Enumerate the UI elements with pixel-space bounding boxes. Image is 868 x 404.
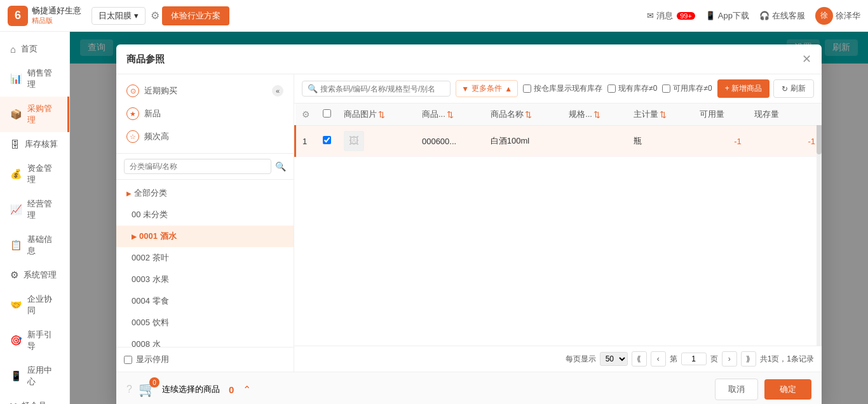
checkbox-warehouse-text: 按仓库显示现有库存 — [534, 83, 602, 94]
th-name-sort[interactable]: 商品名称⇅ — [491, 109, 532, 120]
sidebar-item-basic-info[interactable]: 📋 基础信息 — [0, 227, 69, 263]
sidebar-item-home[interactable]: ⌂ 首页 — [0, 37, 69, 61]
sidebar-item-system[interactable]: ⚙ 系统管理 — [0, 263, 69, 287]
nav-dropdown[interactable]: 日太阳膜 ▾ — [92, 7, 146, 25]
page-input[interactable]: 1 — [681, 353, 707, 365]
sales-icon: 📊 — [10, 73, 22, 84]
cat-label: 0005 饮料 — [132, 317, 169, 328]
th-code: 商品...⇅ — [416, 104, 484, 126]
cat-item-all[interactable]: ▶ 全部分类 — [116, 182, 294, 204]
cart-icon-wrap[interactable]: 🛒 0 — [139, 381, 156, 398]
sidebar-item-finance[interactable]: 💰 资金管理 — [0, 156, 69, 192]
cat-item-unclassified[interactable]: 00 未分类 — [116, 204, 294, 226]
nav-message-label: 消息 — [656, 10, 673, 22]
cat-item-snack[interactable]: 0004 零食 — [116, 290, 294, 312]
sidebar-item-inventory[interactable]: 🗄 库存核算 — [0, 132, 69, 156]
modal-body: ⊙ 近期购买 « ★ 新品 ☆ 频次高 — [116, 74, 822, 372]
username-label: 徐泽华 — [836, 10, 860, 22]
next-page-btn[interactable]: › — [722, 351, 737, 367]
last-page-btn[interactable]: ⟫ — [741, 351, 756, 367]
continuous-select-label: 连续选择的商品 — [162, 384, 220, 395]
cat-label: 0002 茶叶 — [132, 252, 169, 264]
sidebar-item-label: 首页 — [21, 43, 37, 55]
cat-item-liquor[interactable]: ▶ 0001 酒水 — [116, 226, 294, 247]
checkbox-available-label[interactable]: 可用库存≠0 — [662, 83, 712, 94]
cell-code: 000600... — [416, 126, 484, 157]
cat-item-water[interactable]: 0008 水 — [116, 333, 294, 347]
cat-item-tea[interactable]: 0002 茶叶 — [116, 247, 294, 269]
modal-close-button[interactable]: ✕ — [802, 52, 811, 66]
sidebar-item-operations[interactable]: 📈 经营管理 — [0, 192, 69, 227]
refresh-label: 刷新 — [790, 83, 806, 94]
column-settings-icon[interactable]: ⚙ — [302, 109, 310, 119]
nav-app-download[interactable]: 📱 App下载 — [705, 10, 749, 22]
checkbox-inventory[interactable] — [607, 84, 616, 93]
search-input[interactable] — [320, 84, 445, 93]
help-icon[interactable]: ? — [126, 384, 132, 395]
checkbox-warehouse-label[interactable]: 按仓库显示现有库存 — [523, 83, 602, 94]
select-all-checkbox[interactable] — [323, 109, 331, 118]
tab-recent-buy[interactable]: ⊙ 近期购买 « — [116, 79, 294, 102]
collapse-btn[interactable]: « — [272, 85, 283, 97]
table-row[interactable]: 1 🖼 000600... 白酒100ml 瓶 -1 -1 — [295, 126, 822, 157]
nav-message[interactable]: ✉ 消息 99+ — [647, 10, 695, 22]
confirm-btn[interactable]: 确定 — [764, 379, 811, 400]
modal-overlay: 商品参照 ✕ ⊙ 近期购买 « — [70, 32, 868, 404]
filter-btn[interactable]: ▼ 更多条件 ▲ — [456, 80, 518, 97]
refresh-btn[interactable]: ↻ 刷新 — [773, 79, 814, 98]
cell-index: 1 — [295, 126, 316, 157]
cancel-btn[interactable]: 取消 — [715, 379, 758, 400]
headset-icon: 🎧 — [759, 11, 770, 20]
search-box: 🔍 — [302, 81, 451, 97]
cat-search-icon[interactable]: 🔍 — [275, 161, 286, 172]
th-unit: 主计量⇅ — [627, 104, 694, 126]
sidebar-item-sales[interactable]: 📊 销售管理 — [0, 61, 69, 97]
experience-btn[interactable]: 体验行业方案 — [162, 6, 229, 25]
sidebar-item-apps[interactable]: 📱 应用中心 — [0, 358, 69, 394]
checkbox-available-text: 可用库存≠0 — [673, 83, 712, 94]
table-wrap: ⚙ 商品图片⇅ 商品...⇅ 商品名称⇅ 规格...⇅ 主计量⇅ 可用量 现存 — [294, 104, 822, 346]
pagination: 每页显示 50 ⟪ ‹ 第 1 页 › ⟫ 共1页，1条记录 — [294, 346, 822, 372]
cell-image: 🖼 — [337, 126, 416, 157]
cat-item-beverage[interactable]: 0005 饮料 — [116, 312, 294, 333]
sidebar-item-purchase[interactable]: 📦 采购管理 — [0, 97, 69, 132]
first-page-btn[interactable]: ⟪ — [632, 351, 647, 367]
th-code-sort[interactable]: 商品...⇅ — [422, 109, 454, 120]
cell-stock: -1 — [748, 126, 822, 157]
cat-search-input[interactable] — [124, 159, 271, 174]
checkbox-available[interactable] — [662, 84, 670, 93]
collapse-icon[interactable]: ⌃ — [243, 384, 251, 396]
tab-label: 新品 — [144, 108, 161, 119]
phone-icon: 📱 — [705, 11, 715, 20]
logo-sub: 精品版 — [32, 16, 81, 25]
th-image-sort[interactable]: 商品图片⇅ — [344, 109, 385, 120]
gear-icon[interactable]: ⚙ — [151, 10, 159, 22]
product-table: ⚙ 商品图片⇅ 商品...⇅ 商品名称⇅ 规格...⇅ 主计量⇅ 可用量 现存 — [294, 104, 822, 157]
row-checkbox[interactable] — [323, 136, 331, 144]
message-badge: 99+ — [677, 12, 695, 20]
show-disabled-label[interactable]: 显示停用 — [136, 354, 169, 365]
th-spec-sort[interactable]: 规格...⇅ — [569, 109, 600, 120]
nav-online-service[interactable]: 🎧 在线客服 — [759, 10, 805, 22]
new-product-btn[interactable]: + 新增商品 — [717, 79, 770, 98]
sidebar-item-membership[interactable]: V 畅会员 — [0, 394, 69, 404]
tab-high-frequency[interactable]: ☆ 频次高 — [116, 125, 294, 148]
cat-item-fruit[interactable]: 0003 水果 — [116, 269, 294, 290]
show-disabled-checkbox[interactable] — [124, 356, 132, 364]
purchase-icon: 📦 — [10, 109, 22, 120]
checkbox-warehouse[interactable] — [523, 84, 531, 93]
nav-right: ✉ 消息 99+ 📱 App下载 🎧 在线客服 徐 徐泽华 — [647, 7, 860, 25]
checkbox-inventory-label[interactable]: 现有库存≠0 — [607, 83, 657, 94]
sidebar-item-label: 系统管理 — [24, 269, 57, 281]
sidebar-item-enterprise[interactable]: 🤝 企业协同 — [0, 287, 69, 323]
cell-unit: 瓶 — [627, 126, 694, 157]
per-page-select[interactable]: 50 — [600, 352, 628, 366]
prev-page-btn[interactable]: ‹ — [651, 351, 666, 367]
nav-user[interactable]: 徐 徐泽华 — [815, 7, 860, 25]
sidebar-item-guide[interactable]: 🎯 新手引导 — [0, 323, 69, 358]
cell-spec — [562, 126, 627, 157]
v-scrollbar[interactable] — [817, 104, 822, 346]
tab-new-products[interactable]: ★ 新品 — [116, 102, 294, 125]
sidebar-item-label: 畅会员 — [22, 400, 46, 404]
th-unit-sort[interactable]: 主计量⇅ — [634, 109, 667, 120]
